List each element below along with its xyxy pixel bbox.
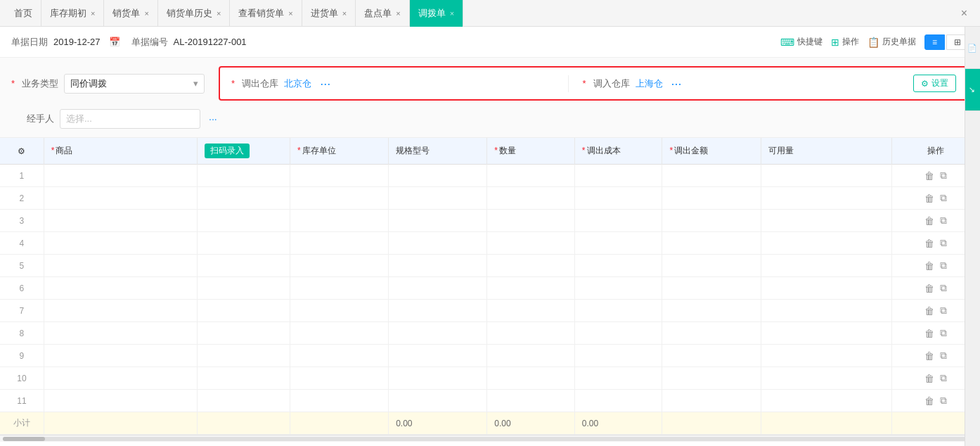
close-icon[interactable]: × <box>396 9 400 18</box>
operations-btn[interactable]: ⊞ 操作 <box>831 36 859 48</box>
close-icon[interactable]: × <box>144 9 148 18</box>
source-warehouse-value[interactable]: 北京仓 <box>284 77 311 90</box>
th-amount: *调出金额 <box>662 138 761 165</box>
scroll-track <box>3 437 977 441</box>
target-warehouse-field: * 调入仓库 上海仓 ··· <box>583 77 905 90</box>
subtotal-row: 小计 0.00 0.00 0.00 <box>0 412 980 435</box>
copy-icon[interactable]: ⧉ <box>940 260 947 272</box>
subtotal-cost: 0.00 <box>487 412 575 435</box>
form-header-left: 单据日期 2019-12-27 📅 单据编号 AL-20191227-001 <box>11 36 766 49</box>
handler-input[interactable]: 选择... <box>60 109 200 129</box>
copy-icon[interactable]: ⧉ <box>940 350 947 362</box>
delete-icon[interactable]: 🗑 <box>924 193 934 204</box>
history-btn[interactable]: 📋 历史单据 <box>868 36 916 48</box>
doc-field: 单据编号 AL-20191227-001 <box>131 36 247 49</box>
tab-inventory-init[interactable]: 库存期初 × <box>41 0 104 27</box>
copy-icon[interactable]: ⧉ <box>940 170 947 181</box>
right-sidebar: 📄 ↗ <box>965 27 980 446</box>
delete-icon[interactable]: 🗑 <box>924 283 934 294</box>
data-table: ⚙ *商品 扫码录入 *库存单位 规格型号 <box>0 138 980 435</box>
copy-icon[interactable]: ⧉ <box>940 327 947 339</box>
tab-sales-order[interactable]: 销货单 × <box>104 0 157 27</box>
close-icon[interactable]: × <box>217 9 221 18</box>
delete-icon[interactable]: 🗑 <box>924 395 934 407</box>
delete-icon[interactable]: 🗑 <box>924 260 934 272</box>
calendar-icon[interactable]: 📅 <box>109 37 120 47</box>
handler-field: 经手人 选择... ··· <box>11 109 217 129</box>
close-icon[interactable]: × <box>342 9 347 18</box>
table-row: 11🗑⧉ <box>0 390 980 412</box>
th-settings[interactable]: ⚙ <box>0 138 44 165</box>
tab-sales-history[interactable]: 销货单历史 × <box>158 0 230 27</box>
scan-btn[interactable]: 扫码录入 <box>205 144 250 158</box>
target-warehouse-value[interactable]: 上海仓 <box>636 77 663 90</box>
delete-icon[interactable]: 🗑 <box>924 238 934 249</box>
source-warehouse-more-icon[interactable]: ··· <box>320 77 330 90</box>
dropdown-icon: ▾ <box>193 78 198 89</box>
sidebar-expand-btn[interactable]: ↗ <box>965 69 981 111</box>
copy-icon[interactable]: ⧉ <box>940 305 947 317</box>
table-row: 9🗑⧉ <box>0 345 980 367</box>
required-star: * <box>11 78 15 89</box>
copy-icon[interactable]: ⧉ <box>940 192 947 204</box>
shortcuts-btn[interactable]: ⌨ 快捷键 <box>780 36 823 48</box>
tab-purchase[interactable]: 进货单 × <box>302 0 356 27</box>
delete-icon[interactable]: 🗑 <box>924 328 934 339</box>
copy-icon[interactable]: ⧉ <box>940 282 947 294</box>
source-warehouse-field: * 调出仓库 北京仓 ··· <box>231 77 553 90</box>
copy-icon[interactable]: ⧉ <box>940 395 947 407</box>
table-row: 4🗑⧉ <box>0 232 980 255</box>
table-row: 6🗑⧉ <box>0 277 980 300</box>
handler-more-icon[interactable]: ··· <box>209 114 217 124</box>
table-row: 10🗑⧉ <box>0 367 980 390</box>
doc-value: AL-20191227-001 <box>174 37 247 47</box>
table-row: 3🗑⧉ <box>0 210 980 232</box>
business-type-label: 业务类型 <box>22 77 58 90</box>
subtotal-label: 小计 <box>0 412 44 435</box>
form-row-2: 经手人 选择... ··· <box>11 109 969 129</box>
close-icon[interactable]: × <box>450 9 454 18</box>
close-icon[interactable]: × <box>91 9 95 18</box>
target-warehouse-more-icon[interactable]: ··· <box>671 77 682 90</box>
required-star-src: * <box>231 78 235 89</box>
grid-icon: ⊞ <box>831 37 839 48</box>
table-container: ⚙ *商品 扫码录入 *库存单位 规格型号 <box>0 138 980 446</box>
business-type-input[interactable]: 同价调拨 ▾ <box>64 74 205 94</box>
window-close-icon[interactable]: × <box>954 7 974 20</box>
tab-inventory[interactable]: 盘点单 × <box>356 0 409 27</box>
delete-icon[interactable]: 🗑 <box>924 170 934 181</box>
tab-transfer[interactable]: 调拨单 × <box>410 0 463 27</box>
delete-icon[interactable]: 🗑 <box>924 373 934 384</box>
scroll-thumb[interactable] <box>3 437 45 441</box>
gear-icon: ⚙ <box>921 79 929 89</box>
tab-view-sales[interactable]: 查看销货单 × <box>230 0 302 27</box>
delete-icon[interactable]: 🗑 <box>924 350 934 362</box>
scroll-bar[interactable] <box>0 435 980 442</box>
subtotal-amount: 0.00 <box>574 412 662 435</box>
table-row: 2🗑⧉ <box>0 187 980 210</box>
th-cost: *调出成本 <box>574 138 662 165</box>
th-available: 可用量 <box>761 138 892 165</box>
subtotal-qty: 0.00 <box>389 412 487 435</box>
copy-icon[interactable]: ⧉ <box>940 237 947 249</box>
doc-label: 单据编号 <box>131 36 168 49</box>
th-qty: *数量 <box>487 138 575 165</box>
history-icon: 📋 <box>868 37 879 48</box>
settings-btn[interactable]: ⚙ 设置 <box>913 75 956 92</box>
copy-icon[interactable]: ⧉ <box>940 215 947 227</box>
close-icon[interactable]: × <box>288 9 292 18</box>
table-row: 7🗑⧉ <box>0 300 980 322</box>
delete-icon[interactable]: 🗑 <box>924 305 934 317</box>
copy-icon[interactable]: ⧉ <box>940 372 947 384</box>
warehouse-divider <box>568 75 569 92</box>
gear-icon: ⚙ <box>18 146 25 156</box>
table-row: 5🗑⧉ <box>0 255 980 277</box>
tab-home[interactable]: 首页 <box>6 0 41 27</box>
form-row-1: * 业务类型 同价调拨 ▾ * 调出仓库 北京仓 ··· <box>11 66 969 101</box>
delete-icon[interactable]: 🗑 <box>924 215 934 227</box>
form-header-right: ⌨ 快捷键 ⊞ 操作 📋 历史单据 ≡ ⊞ <box>780 34 969 50</box>
sidebar-document-btn[interactable]: 📄 <box>965 27 981 69</box>
business-type-field: * 业务类型 同价调拨 ▾ <box>11 74 205 94</box>
th-scan: 扫码录入 <box>197 138 290 165</box>
list-view-btn[interactable]: ≡ <box>924 34 945 50</box>
